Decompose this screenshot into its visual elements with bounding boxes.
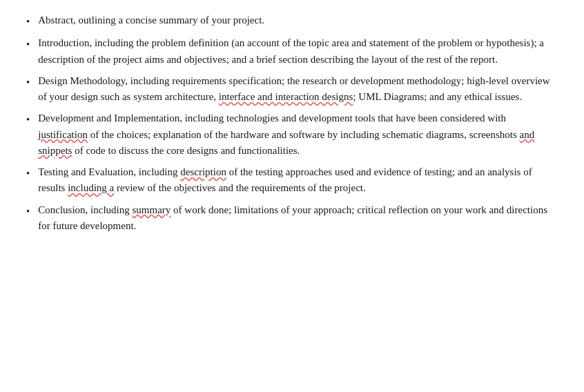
underlined-text: including a xyxy=(68,182,114,193)
bullet-dot: • xyxy=(26,112,30,128)
item-text: Development and Implementation, includin… xyxy=(38,110,558,159)
list-item: • Abstract, outlining a concise summary … xyxy=(26,12,558,30)
underlined-text: and snippets xyxy=(38,129,534,156)
bullet-dot: • xyxy=(26,75,30,90)
main-list: • Abstract, outlining a concise summary … xyxy=(26,12,558,234)
item-text: Testing and Evaluation, including descri… xyxy=(38,164,558,197)
bullet-dot: • xyxy=(26,14,30,30)
underlined-text: interface and interaction designs xyxy=(219,91,353,102)
underlined-text: justification xyxy=(38,129,88,140)
item-text: Abstract, outlining a concise summary of… xyxy=(38,12,558,28)
bullet-dot: • xyxy=(26,204,30,219)
bullet-dot: • xyxy=(26,166,30,182)
underlined-text: summary xyxy=(133,204,171,215)
list-item: • Introduction, including the problem de… xyxy=(26,35,558,68)
list-item: • Design Methodology, including requirem… xyxy=(26,73,558,106)
bullet-dot: • xyxy=(26,37,30,52)
underlined-text: description xyxy=(180,166,226,177)
item-text: Conclusion, including summary of work do… xyxy=(38,202,558,235)
list-item: • Conclusion, including summary of work … xyxy=(26,202,558,235)
list-item: • Testing and Evaluation, including desc… xyxy=(26,164,558,197)
list-item: • Development and Implementation, includ… xyxy=(26,110,558,159)
item-text: Introduction, including the problem defi… xyxy=(38,35,558,68)
item-text: Design Methodology, including requiremen… xyxy=(38,73,558,106)
